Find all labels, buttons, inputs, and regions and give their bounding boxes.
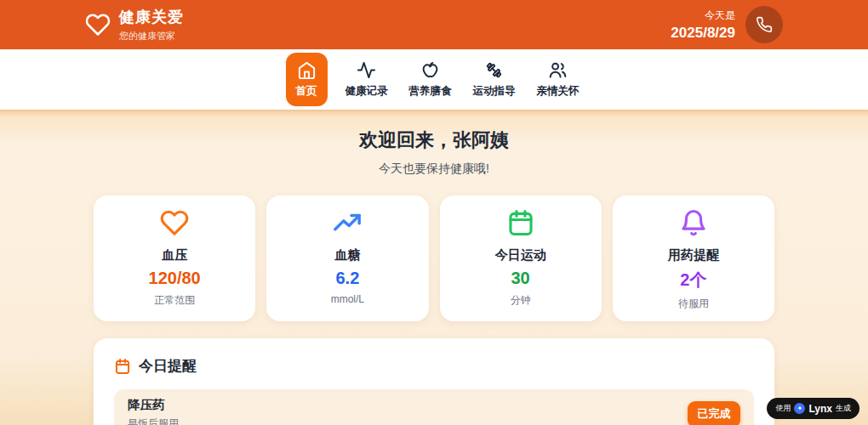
badge-brand: Lynx xyxy=(808,403,832,415)
reminder-time: 早饭后服用 xyxy=(128,416,179,425)
stat-unit: 待服用 xyxy=(620,297,768,311)
app-title: 健康关爱 xyxy=(119,7,184,27)
welcome-title: 欢迎回来，张阿姨 xyxy=(0,110,868,153)
tab-nutrition-label: 营养膳食 xyxy=(409,84,452,99)
stats-grid: 血压 120/80 正常范围 血糖 6.2 mmol/L 今日运动 30 分钟 … xyxy=(94,196,774,321)
phone-icon xyxy=(756,16,773,33)
reminders-title: 今日提醒 xyxy=(139,356,197,376)
date-block: 今天是 2025/8/29 xyxy=(671,8,735,42)
tab-health-records-label: 健康记录 xyxy=(345,84,388,99)
stat-card-blood-pressure[interactable]: 血压 120/80 正常范围 xyxy=(94,196,255,321)
stat-card-medication[interactable]: 用药提醒 2个 待服用 xyxy=(613,196,774,321)
badge-prefix: 使用 xyxy=(775,403,791,414)
reminder-done-button[interactable]: 已完成 xyxy=(688,401,740,425)
tab-home[interactable]: 首页 xyxy=(286,53,328,106)
stat-value: 120/80 xyxy=(100,269,248,288)
stat-card-exercise[interactable]: 今日运动 30 分钟 xyxy=(440,196,602,321)
stat-value: 2个 xyxy=(620,269,768,292)
calendar-icon xyxy=(114,358,131,375)
reminders-panel: 今日提醒 降压药 早饭后服用 已完成 xyxy=(94,338,774,425)
tab-exercise[interactable]: 运动指导 xyxy=(470,53,519,106)
main-nav: 首页 健康记录 营养膳食 运动指导 亲情关怀 xyxy=(0,49,868,110)
stat-label: 血压 xyxy=(100,247,248,264)
tab-nutrition[interactable]: 营养膳食 xyxy=(406,53,455,106)
reminder-row: 降压药 早饭后服用 已完成 xyxy=(114,389,754,425)
dumbbell-icon xyxy=(484,60,504,80)
stat-unit: mmol/L xyxy=(273,293,421,305)
tab-exercise-label: 运动指导 xyxy=(473,84,516,99)
trending-up-icon xyxy=(333,208,362,237)
activity-icon xyxy=(357,60,376,80)
tab-health-records[interactable]: 健康记录 xyxy=(342,53,391,106)
date-value: 2025/8/29 xyxy=(671,25,735,42)
main-content: 欢迎回来，张阿姨 今天也要保持健康哦! 血压 120/80 正常范围 血糖 6.… xyxy=(0,110,868,425)
calendar-icon xyxy=(506,208,535,237)
welcome-subtitle: 今天也要保持健康哦! xyxy=(0,162,868,177)
stat-value: 30 xyxy=(447,269,595,288)
bell-icon xyxy=(679,208,708,237)
stat-label: 用药提醒 xyxy=(620,247,768,264)
heart-icon xyxy=(160,208,189,237)
stat-card-blood-sugar[interactable]: 血糖 6.2 mmol/L xyxy=(266,196,428,321)
brand: 健康关爱 您的健康管家 xyxy=(85,7,184,42)
lynx-logo-icon: ✦ xyxy=(794,403,805,414)
stat-label: 血糖 xyxy=(273,247,421,264)
phone-button[interactable] xyxy=(745,6,783,43)
badge-suffix: 生成 xyxy=(836,403,851,414)
stat-unit: 正常范围 xyxy=(100,293,248,308)
app-header: 健康关爱 您的健康管家 今天是 2025/8/29 xyxy=(0,0,868,49)
date-label: 今天是 xyxy=(671,8,735,23)
users-icon xyxy=(548,60,568,80)
lynx-generated-badge[interactable]: 使用 ✦ Lynx 生成 xyxy=(767,398,859,419)
tab-home-label: 首页 xyxy=(296,84,317,99)
stat-label: 今日运动 xyxy=(447,247,595,264)
home-icon xyxy=(297,60,317,80)
stat-value: 6.2 xyxy=(273,269,421,288)
apple-icon xyxy=(420,60,440,80)
reminder-name: 降压药 xyxy=(128,397,179,413)
app-subtitle: 您的健康管家 xyxy=(119,30,184,42)
stat-unit: 分钟 xyxy=(447,293,595,308)
tab-family-care[interactable]: 亲情关怀 xyxy=(534,53,583,106)
heart-logo-icon xyxy=(85,12,111,37)
tab-family-care-label: 亲情关怀 xyxy=(537,84,580,99)
